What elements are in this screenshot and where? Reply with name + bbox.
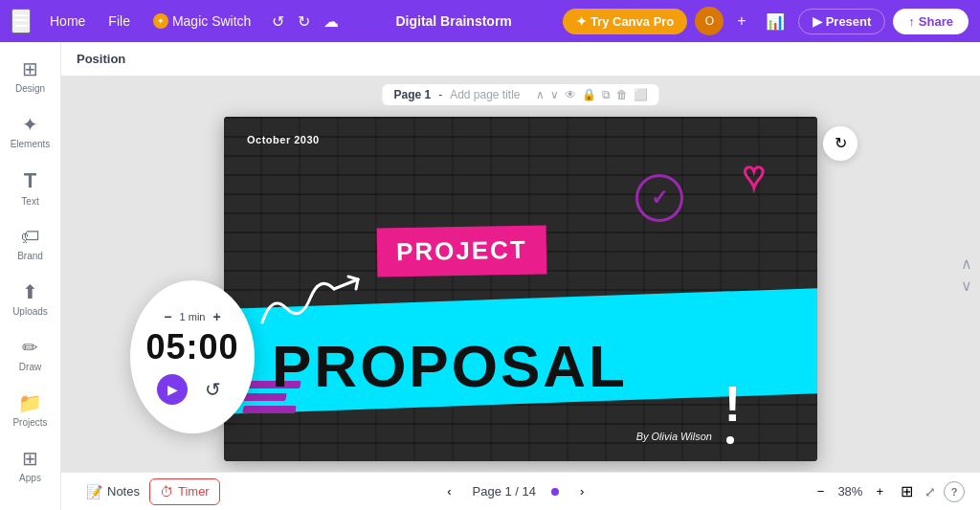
zoom-in-button[interactable]: + [870, 482, 889, 500]
present-icon: ▶ [813, 14, 822, 29]
content-area: Position Page 1 - Add page title ∧ ∨ 👁 🔒… [61, 42, 980, 510]
bottom-right-controls: − 38% + ⊞ ⤢ ? [812, 478, 965, 504]
projects-label: Projects [12, 417, 47, 428]
present-label: Present [826, 14, 872, 29]
elements-label: Elements [11, 139, 51, 149]
bottom-toolbar: 📝 Notes ⏱ Timer ‹ Page 1 / 14 › − 38% + … [61, 472, 980, 510]
slide-date: October 2030 [247, 134, 320, 145]
expand-button[interactable]: ⤢ [924, 484, 936, 499]
sidebar-item-text[interactable]: T Text [4, 161, 57, 214]
present-button[interactable]: ▶ Present [798, 9, 886, 34]
more-icon[interactable]: ⬜ [634, 88, 648, 101]
zoom-level-label: 38% [837, 484, 862, 499]
scroll-down-button[interactable]: ∨ [961, 277, 972, 295]
sidebar-item-draw[interactable]: ✏ Draw [4, 328, 57, 380]
timer-display: 05:00 [145, 328, 238, 366]
position-title: Position [77, 52, 125, 66]
try-canva-pro-button[interactable]: ✦ Try Canva Pro [563, 9, 687, 34]
help-button[interactable]: ? [944, 481, 965, 502]
design-icon: ⊞ [22, 57, 38, 80]
hamburger-menu-button[interactable]: ☰ [11, 9, 31, 33]
analytics-button[interactable]: 📊 [760, 9, 791, 34]
timer-decrease-button[interactable]: − [162, 309, 173, 324]
trash-icon[interactable]: 🗑 [616, 88, 628, 101]
brand-label: Brand [17, 251, 43, 261]
lock-icon[interactable]: 🔒 [582, 88, 596, 101]
timer-increase-button[interactable]: + [211, 309, 222, 324]
page-number-label: Page 1 [393, 88, 431, 101]
scroll-up-button[interactable]: ∧ [961, 255, 972, 273]
uploads-label: Uploads [12, 306, 48, 317]
home-nav-button[interactable]: Home [42, 10, 93, 33]
try-canva-label: Try Canva Pro [590, 14, 674, 29]
share-button[interactable]: ↑ Share [893, 9, 969, 34]
timer-duration-label: 1 min [180, 311, 206, 322]
sidebar-item-design[interactable]: ⊞ Design [4, 50, 57, 101]
draw-icon: ✏ [22, 336, 38, 359]
share-label: Share [919, 14, 953, 29]
sidebar-item-uploads[interactable]: ⬆ Uploads [4, 273, 57, 324]
scroll-nav-buttons: ∧ ∨ [961, 255, 972, 295]
timer-bottom-controls: ▶ ↺ [157, 374, 228, 405]
slide-content: October 2030 ♥ [224, 117, 817, 461]
prev-page-button[interactable]: ‹ [441, 482, 457, 500]
page-header-sep: - [438, 88, 442, 101]
sidebar-item-elements[interactable]: ✦ Elements [4, 105, 57, 157]
add-collaborator-button[interactable]: + [731, 9, 751, 33]
heart-decoration: ♥ [743, 155, 765, 196]
slide-canvas[interactable]: October 2030 ♥ [224, 117, 817, 461]
projects-icon: 📁 [18, 391, 42, 414]
project-label-box: PROJECT [377, 225, 547, 277]
zoom-out-button[interactable]: − [812, 482, 831, 500]
timer-widget: − 1 min + 05:00 ▶ ↺ [130, 280, 255, 433]
page-info-label: Page 1 / 14 [473, 484, 537, 499]
exclamation-dot-decoration [726, 436, 734, 444]
svg-line-1 [348, 277, 358, 279]
magic-switch-button[interactable]: ✦ Magic Switch [145, 10, 258, 33]
exclamation-decoration: ! [724, 375, 741, 432]
bottom-center-controls: ‹ Page 1 / 14 › [220, 482, 812, 500]
user-avatar[interactable]: O [695, 7, 724, 35]
down-arrow-icon[interactable]: ∨ [550, 88, 559, 101]
next-page-button[interactable]: › [574, 482, 590, 500]
timer-controls: − 1 min + [162, 309, 222, 324]
timer-play-button[interactable]: ▶ [157, 374, 188, 405]
grid-view-button[interactable]: ⊞ [897, 478, 917, 504]
sidebar-item-apps[interactable]: ⊞ Apps [4, 439, 57, 491]
text-icon: T [24, 168, 36, 193]
page-header-icons: ∧ ∨ 👁 🔒 ⧉ 🗑 ⬜ [536, 88, 648, 101]
cloud-save-button[interactable]: ☁ [318, 9, 345, 34]
progress-dot [551, 488, 559, 496]
document-title: Digital Brainstorm [395, 13, 511, 29]
svg-line-0 [334, 279, 358, 289]
magic-switch-icon: ✦ [153, 13, 168, 29]
elements-icon: ✦ [22, 113, 38, 136]
sidebar-item-projects[interactable]: 📁 Projects [4, 384, 57, 435]
eye-icon[interactable]: 👁 [565, 88, 576, 101]
up-arrow-icon[interactable]: ∧ [536, 88, 545, 101]
redo-button[interactable]: ↻ [292, 9, 316, 34]
timer-reset-button[interactable]: ↺ [197, 374, 228, 405]
byline-text: By Olivia Wilson [636, 431, 712, 442]
file-nav-button[interactable]: File [100, 10, 138, 33]
page-header-bar: Page 1 - Add page title ∧ ∨ 👁 🔒 ⧉ 🗑 ⬜ [382, 84, 658, 105]
notes-icon: 📝 [86, 484, 102, 499]
add-title-label[interactable]: Add page title [450, 88, 520, 101]
share-icon: ↑ [908, 14, 915, 29]
sidebar-item-brand[interactable]: 🏷 Brand [4, 218, 57, 269]
position-panel: Position [61, 42, 980, 77]
notes-button[interactable]: 📝 Notes [77, 479, 149, 504]
project-text: PROJECT [396, 234, 527, 265]
main-layout: ⊞ Design ✦ Elements T Text 🏷 Brand ⬆ Upl… [0, 42, 980, 510]
canvas-area[interactable]: Page 1 - Add page title ∧ ∨ 👁 🔒 ⧉ 🗑 ⬜ [61, 77, 980, 472]
apps-label: Apps [19, 473, 41, 483]
top-navigation: ☰ Home File ✦ Magic Switch ↺ ↻ ☁ Digital… [0, 0, 980, 42]
svg-line-2 [356, 279, 358, 289]
copy-icon[interactable]: ⧉ [602, 88, 611, 101]
undo-button[interactable]: ↺ [266, 9, 290, 34]
design-label: Design [15, 83, 45, 94]
magic-switch-label: Magic Switch [172, 13, 251, 29]
refresh-slide-button[interactable]: ↻ [823, 126, 858, 161]
proposal-text: PROPOSAL [272, 337, 628, 396]
timer-bottom-button[interactable]: ⏱ Timer [149, 478, 220, 505]
